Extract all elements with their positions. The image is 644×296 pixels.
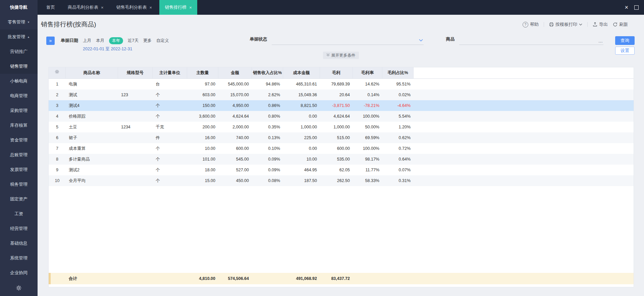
sidebar-settings-button[interactable] xyxy=(0,281,38,296)
chevron-down-icon[interactable] xyxy=(579,23,582,25)
print-label: 按模板打印 xyxy=(555,21,577,27)
tab[interactable]: 商品毛利分析表× xyxy=(62,0,109,15)
date-quick-option[interactable]: 自定义 xyxy=(156,38,169,44)
column-header[interactable]: 销售收入占比% xyxy=(252,67,283,78)
tab[interactable]: 销售排行榜× xyxy=(159,0,197,15)
table-row[interactable]: 6裙子件16.00740.000.13%225.00515.0069.59%0.… xyxy=(49,132,634,143)
sidebar-item[interactable]: 批发管理▲ xyxy=(0,29,38,44)
row-number: 1 xyxy=(49,79,66,90)
cell: 123 xyxy=(118,90,153,100)
printer-icon xyxy=(549,22,554,27)
sidebar-item[interactable]: 发票管理 xyxy=(0,162,38,177)
total-cell xyxy=(118,273,153,284)
table-row[interactable]: 1电脑台97.00545,000.0094.86%465,310.6179,68… xyxy=(49,79,634,90)
cell: 个 xyxy=(153,100,187,111)
sidebar-item[interactable]: 快捷导航 xyxy=(0,0,38,15)
table-row[interactable]: 3测试4个150.004,950.000.86%8,821.50-3,871.5… xyxy=(49,100,634,111)
tab-close-icon[interactable]: × xyxy=(189,5,192,10)
cell: 11.77% xyxy=(353,165,382,175)
tab-close-icon[interactable]: × xyxy=(150,5,152,10)
table-row[interactable]: 5土豆1234千克200.002,000.000.35%1,000.001,00… xyxy=(49,122,634,132)
app-window: 快捷导航零售管理▼批发管理▲营销推广销售管理小畅电商电商管理采购管理库存核算资金… xyxy=(0,0,644,296)
cell: 0.64% xyxy=(382,154,414,165)
sidebar-item[interactable]: 工资 xyxy=(0,206,38,221)
help-button[interactable]: ? 帮助 xyxy=(523,21,539,27)
date-quick-option[interactable]: 上月 xyxy=(83,38,91,44)
date-quick-option[interactable]: 近7天 xyxy=(128,38,139,44)
date-quick-option[interactable]: 本年 xyxy=(109,37,123,44)
export-button[interactable]: 导出 xyxy=(593,21,608,27)
row-number: 2 xyxy=(49,90,66,100)
page-toolbar: ? 帮助 按模板打印 xyxy=(523,21,628,27)
sidebar-item[interactable]: 销售管理 xyxy=(0,59,38,74)
cell: 465,310.61 xyxy=(283,79,320,90)
cell: 101.00 xyxy=(187,154,218,165)
sidebar-item[interactable]: 企业协同 xyxy=(0,265,38,280)
date-quick-option[interactable]: 更多 xyxy=(143,38,152,44)
sidebar-item-label: 快捷导航 xyxy=(10,4,28,10)
column-header[interactable]: 成本金额 xyxy=(283,67,320,78)
cell: 58.33% xyxy=(353,175,382,186)
toolbar-divider xyxy=(587,22,588,27)
tab-close-icon[interactable]: × xyxy=(101,5,104,10)
product-input[interactable]: ... xyxy=(459,36,603,45)
sidebar-item[interactable]: 经营管理 xyxy=(0,221,38,236)
row-number: 4 xyxy=(49,111,66,122)
sidebar-item[interactable]: 系统管理 xyxy=(0,251,38,265)
refresh-button[interactable]: 刷新 xyxy=(613,21,628,27)
table-row[interactable]: 8多计量商品个101.00545.000.09%10.00535.0098.17… xyxy=(49,154,634,165)
sidebar-item[interactable]: 营销推广 xyxy=(0,44,38,59)
table-row[interactable]: 9测试2个18.00527.000.09%464.9562.0511.77%0.… xyxy=(49,165,634,175)
cell: 94.86% xyxy=(252,79,283,90)
sidebar-item[interactable]: 资金管理 xyxy=(0,133,38,147)
close-icon[interactable]: × xyxy=(625,4,628,10)
sidebar-item[interactable]: 电商管理 xyxy=(0,88,38,103)
status-select[interactable] xyxy=(272,36,424,45)
help-label: 帮助 xyxy=(530,21,539,27)
column-header[interactable]: 主数量 xyxy=(187,67,218,78)
ellipsis-icon[interactable]: ... xyxy=(598,39,603,45)
table-row[interactable]: 10全月平均个15.00450.000.08%187.50262.5058.33… xyxy=(49,175,634,186)
chevron-down-icon[interactable] xyxy=(419,37,424,45)
tab[interactable]: 销售毛利分析表× xyxy=(111,0,158,15)
column-header[interactable]: 毛利率 xyxy=(353,67,382,78)
refresh-icon xyxy=(613,22,618,27)
sidebar-item[interactable]: 零售管理▼ xyxy=(0,15,38,29)
print-template-button[interactable]: 按模板打印 xyxy=(549,21,582,27)
cell: 1,000.00 xyxy=(283,122,320,132)
cell: 3,600.00 xyxy=(187,111,218,122)
column-header[interactable]: 商品名称 xyxy=(66,67,118,78)
column-header[interactable]: 规格型号 xyxy=(118,67,153,78)
sidebar-item[interactable]: 总账管理 xyxy=(0,147,38,162)
table-row[interactable]: 2测试123个603.0015,070.002.62%15,049.3620.6… xyxy=(49,90,634,100)
sidebar-item[interactable]: 库存核算 xyxy=(0,118,38,133)
table-row[interactable]: 7成本重算个10.00600.000.10%0.00600.00100.00%0… xyxy=(49,143,634,154)
column-config-button[interactable] xyxy=(49,67,66,78)
chevron-up-icon: ▲ xyxy=(27,36,30,39)
date-filter-label: 单据日期 xyxy=(61,38,78,44)
date-quick-option[interactable]: 本月 xyxy=(96,38,104,44)
tab-label: 销售毛利分析表 xyxy=(116,4,147,10)
cell: 0.02% xyxy=(382,90,414,100)
sidebar-item[interactable]: 基础信息 xyxy=(0,236,38,251)
collapse-filter-button[interactable]: » xyxy=(46,37,55,45)
sidebar-item[interactable]: 税务管理 xyxy=(0,177,38,192)
column-header[interactable]: 主计量单位 xyxy=(153,67,187,78)
column-header[interactable]: 金额 xyxy=(218,67,252,78)
column-header[interactable]: 毛利 xyxy=(320,67,353,78)
cell: 450.00 xyxy=(218,175,252,186)
row-number: 9 xyxy=(49,165,66,175)
table-row[interactable]: 4价格跟踪个3,600.004,624.640.80%0.004,624.641… xyxy=(49,111,634,122)
column-header[interactable]: 毛利占比% xyxy=(382,67,414,78)
cell: 0.62% xyxy=(382,132,414,143)
tab[interactable]: 首页 xyxy=(41,0,60,15)
sidebar-item[interactable]: 小畅电商 xyxy=(0,74,38,88)
sidebar-item[interactable]: 固定资产 xyxy=(0,192,38,206)
sidebar-item[interactable]: 采购管理 xyxy=(0,103,38,118)
expand-more-button[interactable]: 展开更多条件 xyxy=(323,52,359,59)
cell: 225.00 xyxy=(283,132,320,143)
cell: 0.00 xyxy=(283,143,320,154)
query-button[interactable]: 查询 xyxy=(615,36,635,45)
maximize-icon[interactable] xyxy=(634,5,639,10)
main-area: 首页商品毛利分析表×销售毛利分析表×销售排行榜× × 销售排行榜(按商品) ? … xyxy=(38,0,644,296)
